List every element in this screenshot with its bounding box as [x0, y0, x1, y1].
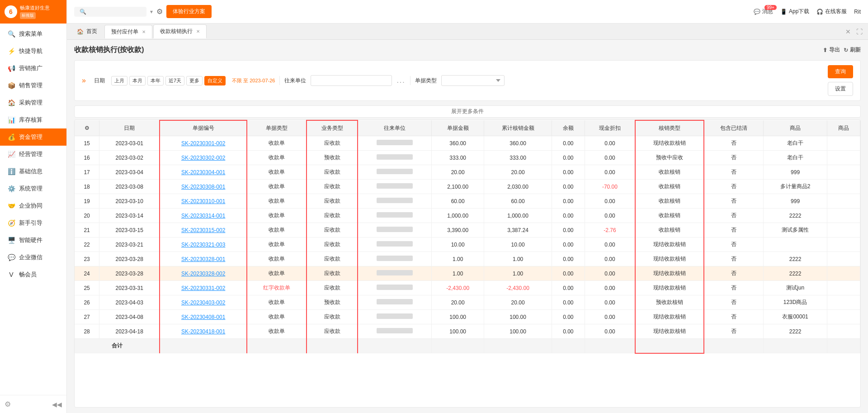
cell-verify-type: 现结收款核销: [635, 266, 704, 281]
col-checkbox[interactable]: ⚙: [75, 120, 99, 136]
tab-receipt[interactable]: 收款核销执行 ✕: [153, 24, 207, 38]
sidebar-item-shortcut[interactable]: ⚡快捷导航: [0, 43, 66, 60]
sidebar-item-inventory[interactable]: 📊库存核算: [0, 111, 66, 128]
settings-icon[interactable]: ⚙: [5, 400, 11, 408]
cell-no: 18: [75, 180, 99, 194]
tab-prepay[interactable]: 预付应付单 ✕: [104, 25, 152, 38]
col-discount[interactable]: 现金折扣: [585, 120, 635, 136]
col-date[interactable]: 日期: [99, 120, 160, 136]
tab-home[interactable]: 🏠 首页: [71, 25, 104, 38]
col-biz-type[interactable]: 业务类型: [307, 120, 358, 136]
user-info[interactable]: Rit: [854, 9, 861, 15]
cell-discount: -70.00: [585, 180, 635, 194]
cell-amount: 60.00: [432, 194, 484, 209]
message-btn[interactable]: 💬 消息 99+: [754, 8, 773, 15]
maximize-icon[interactable]: ⛶: [854, 26, 864, 37]
sidebar-item-sales[interactable]: 📦销售管理: [0, 77, 66, 94]
cell-bill-no: SK-20230328-001: [160, 252, 247, 266]
col-bill-type[interactable]: 单据类型: [247, 120, 307, 136]
col-settled[interactable]: 包含已结清: [704, 120, 763, 136]
tab-prepay-close[interactable]: ✕: [142, 29, 146, 34]
bill-no-link[interactable]: SK-20230403-002: [181, 299, 225, 306]
bill-no-link[interactable]: SK-20230308-001: [181, 184, 225, 190]
bill-no-link[interactable]: SK-20230328-002: [181, 271, 225, 277]
partner-dots[interactable]: ...: [396, 76, 405, 85]
cell-verify-amount: 333.00: [484, 151, 552, 165]
sidebar-item-basic[interactable]: ℹ️基础信息: [0, 163, 66, 180]
filter-setting-btn[interactable]: 设置: [828, 82, 853, 96]
col-partner[interactable]: 往来单位: [358, 120, 432, 136]
cell-verify-type: 收款核销: [635, 165, 704, 180]
gear-icon[interactable]: ⚙: [156, 7, 163, 16]
bill-no-link[interactable]: SK-20230321-003: [181, 242, 225, 248]
voucher-type-select[interactable]: 收款单 红字收款单: [441, 75, 505, 86]
data-table-container: ⚙ 日期 单据编号 单据类型 业务类型 往来单位 单据金额 累计核销金额 余额 …: [74, 119, 861, 408]
global-search[interactable]: 🔍: [74, 7, 146, 17]
col-amount[interactable]: 单据金额: [432, 120, 484, 136]
expand-more-btn[interactable]: 展开更多条件: [74, 105, 861, 118]
sidebar-item-finance[interactable]: 💰资金管理: [0, 128, 66, 146]
bill-no-link[interactable]: SK-20230302-002: [181, 155, 225, 161]
tab-receipt-label: 收款核销执行: [160, 28, 193, 35]
message-badge: 99+: [764, 5, 777, 10]
collapse-icon[interactable]: ◀◀: [52, 401, 62, 408]
sidebar-item-marketing[interactable]: 📢营销推广: [0, 60, 66, 77]
table-total-row: 合计: [75, 339, 860, 353]
hardware-icon: 🖥️: [7, 237, 15, 244]
vip-icon: V: [7, 271, 15, 278]
sidebar-item-guide[interactable]: 🧭新手引导: [0, 214, 66, 232]
close-all-icon[interactable]: ✕: [844, 26, 853, 37]
last-month-btn[interactable]: 上月: [111, 76, 127, 85]
online-service-btn[interactable]: 🎧 在线客服: [816, 8, 847, 15]
more-date-btn[interactable]: 更多: [186, 76, 203, 85]
cell-amount: 100.00: [432, 310, 484, 324]
col-verify-type[interactable]: 核销类型: [635, 120, 704, 136]
col-bill-no[interactable]: 单据编号: [160, 120, 247, 136]
col-product1[interactable]: 商品: [763, 120, 827, 136]
bill-no-link[interactable]: SK-20230304-001: [181, 169, 225, 176]
query-btn[interactable]: 查询: [828, 65, 853, 78]
bill-no-link[interactable]: SK-20230418-001: [181, 328, 225, 335]
sidebar-item-purchase[interactable]: 🏠采购管理: [0, 94, 66, 111]
bill-no-link[interactable]: SK-20230408-001: [181, 314, 225, 320]
sidebar-item-system[interactable]: ⚙️系统管理: [0, 180, 66, 197]
sidebar-item-enterprise[interactable]: 🤝企业协同: [0, 197, 66, 214]
bill-no-link[interactable]: SK-20230328-001: [181, 256, 225, 262]
page-content: 收款核销执行(按收款) ⬆ 导出 ↻ 刷新 » 日期 上月 本月: [67, 40, 868, 413]
sidebar-item-hardware[interactable]: 🖥️智能硬件: [0, 232, 66, 249]
bill-no-link[interactable]: SK-20230301-002: [181, 140, 225, 147]
cell-partner: [358, 237, 432, 252]
solution-btn[interactable]: 体验行业方案: [166, 5, 212, 18]
col-verify-amount[interactable]: 累计核销金额: [484, 120, 552, 136]
filter-expand-icon[interactable]: »: [82, 76, 86, 85]
cell-bill-no: SK-20230310-001: [160, 194, 247, 209]
sidebar-item-wechat[interactable]: 💬企业微信: [0, 249, 66, 266]
col-balance[interactable]: 余额: [552, 120, 585, 136]
bill-no-link[interactable]: SK-20230315-002: [181, 227, 225, 233]
page-header: 收款核销执行(按收款) ⬆ 导出 ↻ 刷新: [74, 45, 861, 55]
cell-product: 999: [763, 194, 827, 209]
partner-input[interactable]: [311, 75, 392, 86]
dropdown-arrow[interactable]: ▾: [150, 9, 153, 15]
last7days-btn[interactable]: 近7天: [165, 76, 184, 85]
sidebar-item-operation[interactable]: 📈经营管理: [0, 146, 66, 163]
this-year-btn[interactable]: 本年: [147, 76, 164, 85]
cell-discount: 0.00: [585, 266, 635, 281]
sidebar-item-search[interactable]: 🔍搜索菜单: [0, 25, 66, 43]
custom-date-btn[interactable]: 自定义: [204, 76, 226, 85]
app-download-btn[interactable]: 📱 App下载: [780, 8, 809, 15]
col-product2[interactable]: 商品: [827, 120, 860, 136]
table-row: 23 2023-03-28 SK-20230328-001 收款单 应收款 1.…: [75, 252, 860, 266]
sidebar-item-vip[interactable]: V畅会员: [0, 266, 66, 283]
this-month-btn[interactable]: 本月: [129, 76, 146, 85]
export-btn[interactable]: ⬆ 导出: [823, 46, 840, 54]
tab-receipt-close[interactable]: ✕: [196, 29, 200, 34]
bill-no-link[interactable]: SK-20230310-001: [181, 198, 225, 204]
bill-no-link[interactable]: SK-20230331-002: [181, 285, 225, 291]
bill-no-link[interactable]: SK-20230314-001: [181, 213, 225, 219]
cell-verify-amount: 100.00: [484, 310, 552, 324]
purchase-icon: 🏠: [7, 99, 15, 106]
refresh-btn[interactable]: ↻ 刷新: [844, 46, 861, 54]
cell-date: 2023-03-08: [99, 180, 160, 194]
cell-discount: -2.76: [585, 223, 635, 237]
